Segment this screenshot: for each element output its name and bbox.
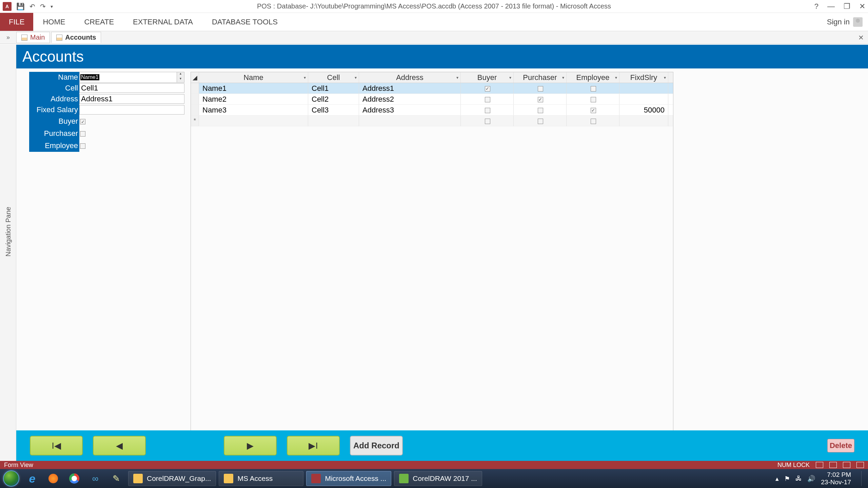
cell-cell[interactable]: Cell3	[308, 105, 359, 115]
name-spinner[interactable]: ▲▼	[177, 72, 184, 83]
pinned-app-icon[interactable]: ∞	[86, 471, 104, 486]
doc-tab-accounts[interactable]: Accounts	[51, 32, 101, 43]
cell-buyer[interactable]	[461, 105, 514, 115]
tray-flag-icon[interactable]: ⚑	[784, 475, 790, 483]
folder-icon	[133, 474, 143, 483]
cell-name[interactable]: Name3	[199, 105, 308, 115]
col-header-address[interactable]: Address▾	[359, 72, 461, 83]
datasheet-view-icon[interactable]	[829, 462, 837, 468]
cell-buyer[interactable]: ✓	[461, 83, 514, 94]
tray-network-icon[interactable]: 🖧	[795, 475, 802, 482]
cell-fixdslry[interactable]: 50000	[619, 105, 668, 115]
show-desktop-button[interactable]	[861, 471, 866, 486]
form-view-icon[interactable]	[816, 462, 823, 468]
chevron-down-icon[interactable]: ▾	[355, 75, 357, 80]
clock-date: 23-Nov-17	[821, 479, 851, 486]
col-header-name[interactable]: Name▾	[199, 72, 308, 83]
cell-address[interactable]: Address2	[359, 94, 461, 104]
col-header-fixdslry[interactable]: FixdSlry▾	[619, 72, 668, 83]
address-field[interactable]	[79, 94, 184, 104]
close-icon[interactable]: ✕	[859, 2, 865, 11]
chevron-down-icon[interactable]: ▾	[304, 75, 306, 80]
cell-employee[interactable]: ✓	[567, 105, 619, 115]
purchaser-checkbox[interactable]	[80, 131, 85, 137]
cell-purchaser[interactable]: ✓	[514, 94, 567, 104]
row-selector[interactable]	[191, 94, 199, 104]
media-player-icon[interactable]	[44, 471, 62, 486]
restore-icon[interactable]: ❐	[844, 2, 850, 11]
undo-icon[interactable]: ↶	[29, 2, 35, 11]
taskbar-app[interactable]: MS Access	[219, 471, 303, 486]
cell-purchaser[interactable]	[514, 83, 567, 94]
cell-fixdslry[interactable]	[619, 83, 668, 94]
cell-employee[interactable]	[567, 83, 619, 94]
last-button[interactable]: ▶I	[287, 436, 340, 455]
next-button[interactable]: ▶	[224, 436, 277, 455]
cell-purchaser[interactable]	[514, 105, 567, 115]
help-icon[interactable]: ?	[814, 2, 818, 11]
save-icon[interactable]: 💾	[16, 2, 25, 11]
sign-in[interactable]: Sign in	[827, 13, 868, 31]
chevron-down-icon[interactable]: ▾	[562, 75, 564, 80]
table-row[interactable]: Name3 Cell3 Address3 ✓ 50000	[191, 105, 673, 116]
delete-button[interactable]: Delete	[827, 439, 854, 452]
cell-address[interactable]: Address1	[359, 83, 461, 94]
pinned-app-icon[interactable]: ✎	[107, 471, 125, 486]
file-tab[interactable]: FILE	[0, 13, 33, 31]
taskbar-clock[interactable]: 7:02 PM 23-Nov-17	[821, 471, 854, 486]
add-record-button[interactable]: Add Record	[350, 436, 403, 455]
ribbon-tab-external-data[interactable]: EXTERNAL DATA	[123, 13, 202, 31]
table-new-row[interactable]: *	[191, 116, 673, 126]
close-tab-icon[interactable]: ✕	[858, 34, 864, 42]
row-selector[interactable]	[191, 105, 199, 115]
taskbar-app[interactable]: CorelDRAW_Grap...	[128, 471, 216, 486]
table-row[interactable]: Name1 Cell1 Address1 ✓	[191, 83, 673, 94]
fixed-salary-field[interactable]	[79, 105, 184, 115]
cell-employee[interactable]	[567, 94, 619, 104]
ribbon-tab-database-tools[interactable]: DATABASE TOOLS	[202, 13, 287, 31]
col-header-buyer[interactable]: Buyer▾	[461, 72, 514, 83]
start-button[interactable]	[2, 471, 20, 486]
chrome-icon[interactable]	[65, 471, 83, 486]
chevron-down-icon[interactable]: ▾	[615, 75, 617, 80]
buyer-checkbox[interactable]: ✓	[80, 119, 85, 124]
employee-checkbox[interactable]	[80, 143, 85, 149]
tray-volume-icon[interactable]: 🔊	[807, 475, 815, 483]
select-all-corner[interactable]: ◢	[191, 72, 199, 83]
table-row[interactable]: Name2 Cell2 Address2 ✓	[191, 94, 673, 105]
cell-buyer[interactable]	[461, 94, 514, 104]
doc-tab-main[interactable]: Main	[16, 32, 50, 43]
taskbar-app[interactable]: Microsoft Access ...	[306, 471, 391, 486]
shutter-bar-open-icon[interactable]: »	[0, 34, 16, 41]
first-button[interactable]: I◀	[30, 436, 83, 455]
cell-field[interactable]	[79, 83, 184, 93]
layout-view-icon[interactable]	[843, 462, 850, 468]
internet-explorer-icon[interactable]: e	[23, 471, 41, 486]
row-selector[interactable]	[191, 83, 199, 94]
chevron-down-icon[interactable]: ▾	[456, 75, 458, 80]
minimize-icon[interactable]: —	[827, 2, 835, 11]
col-header-cell[interactable]: Cell▾	[308, 72, 359, 83]
chevron-down-icon[interactable]: ▾	[509, 75, 511, 80]
form-footer-controls: I◀ ◀ ▶ ▶I Add Record Delete	[16, 430, 868, 461]
design-view-icon[interactable]	[856, 462, 864, 468]
cell-name[interactable]: Name2	[199, 94, 308, 104]
tray-chevron-icon[interactable]: ▴	[775, 475, 779, 483]
label-fixed-salary: Fixed Salary	[29, 104, 79, 115]
col-header-purchaser[interactable]: Purchaser▾	[514, 72, 567, 83]
previous-button[interactable]: ◀	[93, 436, 146, 455]
ribbon-tab-home[interactable]: HOME	[33, 13, 75, 31]
name-field[interactable]: Name1	[79, 72, 177, 83]
cell-name[interactable]: Name1	[199, 83, 308, 94]
chevron-down-icon[interactable]: ▾	[664, 75, 666, 80]
redo-icon[interactable]: ↷	[40, 2, 46, 11]
cell-address[interactable]: Address3	[359, 105, 461, 115]
taskbar-app[interactable]: CorelDRAW 2017 ...	[394, 471, 482, 486]
col-header-employee[interactable]: Employee▾	[567, 72, 619, 83]
qat-customize-icon[interactable]: ▾	[51, 4, 53, 9]
cell-cell[interactable]: Cell2	[308, 94, 359, 104]
navigation-pane-collapsed[interactable]: Navigation Pane	[0, 45, 16, 461]
cell-fixdslry[interactable]	[619, 94, 668, 104]
ribbon-tab-create[interactable]: CREATE	[75, 13, 123, 31]
cell-cell[interactable]: Cell1	[308, 83, 359, 94]
